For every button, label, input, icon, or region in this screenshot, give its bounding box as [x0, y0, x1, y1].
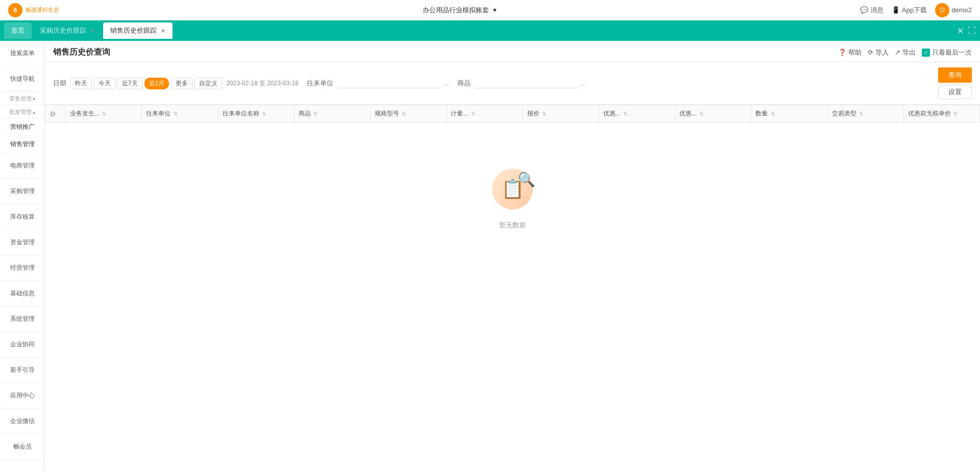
- close-tab-btn[interactable]: ✕: [957, 26, 964, 36]
- th-quantity[interactable]: 数量 ⇅: [751, 105, 827, 123]
- date-today[interactable]: 今天: [94, 78, 115, 89]
- sort-icon: ⇅: [471, 111, 475, 116]
- sidebar-sub-marketing[interactable]: 营销推广: [0, 119, 44, 136]
- product-dots: ...: [581, 80, 586, 87]
- only-last-checkbox[interactable]: ✓ 只看最后一次: [922, 48, 972, 57]
- sort-icon: ⇅: [771, 111, 775, 116]
- gear-icon[interactable]: ⚙: [50, 110, 56, 118]
- sidebar-item-inventory[interactable]: 库存核算: [0, 204, 44, 230]
- top-bar: 6 畅捷通好生意 办公用品行业模拟账套 ▾ 💬 消息 📱 App下载 D dem…: [0, 0, 980, 20]
- empty-text: 暂无数据: [499, 221, 526, 230]
- sidebar-item-enterprise[interactable]: 企业协同: [0, 332, 44, 358]
- search-menu-label: 搜索菜单: [10, 49, 35, 58]
- th-pretax-price[interactable]: 优惠前无税单价 ⇅: [903, 105, 979, 123]
- sort-icon: ⇅: [623, 111, 627, 116]
- tab-home-label: 首页: [11, 26, 24, 35]
- workspace-selector[interactable]: 办公用品行业模拟账套 ▾: [423, 6, 497, 15]
- sort-icon: ⇅: [174, 111, 178, 116]
- source-unit-filter: 往来单位 ...: [307, 78, 449, 88]
- import-label: 导入: [875, 48, 889, 57]
- page-actions: ❓ 帮助 ⟳ 导入 ↗ 导出 ✓ 只看最后一次: [838, 48, 972, 57]
- sidebar-item-newbie[interactable]: 新手引导: [0, 358, 44, 383]
- empty-icon-inner: 📋 🔍: [492, 169, 533, 209]
- help-label: 帮助: [848, 48, 862, 57]
- th-unit-name[interactable]: 往来单位名称 ⇅: [218, 105, 294, 123]
- sidebar-item-app-center[interactable]: 应用中心: [0, 383, 44, 409]
- logo-text: 畅捷通好生意: [26, 7, 59, 13]
- th-biz-date[interactable]: 业务发生... ⇅: [66, 105, 142, 123]
- logo-area: 6 畅捷通好生意: [8, 3, 59, 17]
- product-filter: 商品 ...: [457, 78, 586, 88]
- date-more[interactable]: 更多: [171, 78, 192, 89]
- export-label: 导出: [902, 48, 916, 57]
- app-center-label: 应用中心: [10, 391, 35, 400]
- main-layout: 搜索菜单 快捷导航 零售管理 ▾ 批发管理 ▴ 营销推广 销售管理 电商管理 采…: [0, 41, 980, 472]
- th-spec[interactable]: 规格型号 ⇅: [371, 105, 447, 123]
- date-1month[interactable]: 近1月: [144, 78, 169, 89]
- member-label: 畅会员: [13, 442, 32, 451]
- date-yesterday[interactable]: 昨天: [70, 78, 92, 89]
- query-button[interactable]: 查询: [938, 67, 972, 83]
- th-product[interactable]: 商品 ⇅: [294, 105, 370, 123]
- tab-sales[interactable]: 销售历史价跟踪 ✕: [103, 22, 173, 39]
- app-download-label: App下载: [902, 6, 927, 15]
- date-custom[interactable]: 自定义: [194, 78, 222, 89]
- sidebar-item-member[interactable]: 畅会员: [0, 434, 44, 460]
- sidebar-item-search-menu[interactable]: 搜索菜单: [0, 41, 44, 66]
- tab-bar-actions: ✕ ⛶: [957, 26, 976, 36]
- workspace-label: 办公用品行业模拟账套: [423, 6, 489, 15]
- settings-button[interactable]: 设置: [938, 85, 972, 99]
- wholesale-label: 批发管理: [9, 108, 32, 116]
- help-action[interactable]: ❓ 帮助: [838, 48, 862, 57]
- product-input[interactable]: [475, 78, 577, 88]
- tab-home[interactable]: 首页: [4, 22, 32, 39]
- sidebar-sub-sales-mgmt[interactable]: 销售管理: [0, 136, 44, 153]
- th-unit[interactable]: 计量... ⇅: [447, 105, 523, 123]
- sidebar-item-operations[interactable]: 经营管理: [0, 255, 44, 281]
- th-settings[interactable]: ⚙: [45, 105, 66, 123]
- date-7days[interactable]: 近7天: [117, 78, 142, 89]
- import-icon: ⟳: [868, 49, 873, 56]
- data-table: ⚙ 业务发生... ⇅ 往来单位 ⇅ 往来单位名称 ⇅ 商品 ⇅: [45, 105, 980, 271]
- sidebar-item-corp-wechat[interactable]: 企业微信: [0, 409, 44, 434]
- sidebar-item-purchase[interactable]: 采购管理: [0, 179, 44, 204]
- th-trade-type[interactable]: 交易类型 ⇅: [827, 105, 903, 123]
- page-title-row: 销售历史价查询 ❓ 帮助 ⟳ 导入 ↗ 导出 ✓: [53, 47, 972, 58]
- tab-sales-close[interactable]: ✕: [161, 28, 165, 34]
- sort-icon: ⇅: [262, 111, 266, 116]
- app-download-action[interactable]: 📱 App下载: [892, 6, 927, 15]
- tab-purchase[interactable]: 采购历史价跟踪 ✕: [33, 22, 102, 39]
- import-action[interactable]: ⟳ 导入: [868, 48, 889, 57]
- tab-purchase-close[interactable]: ✕: [90, 28, 95, 34]
- empty-row: 📋 🔍 暂无数据: [45, 123, 980, 271]
- tab-purchase-label: 采购历史价跟踪: [40, 26, 86, 35]
- message-action[interactable]: 💬 消息: [860, 6, 884, 15]
- chevron-down-icon: ▾: [493, 6, 497, 14]
- maximize-btn[interactable]: ⛶: [968, 26, 976, 35]
- page-header: 销售历史价查询 ❓ 帮助 ⟳ 导入 ↗ 导出 ✓: [45, 41, 980, 62]
- sidebar-item-wholesale[interactable]: 批发管理 ▴: [0, 105, 44, 119]
- sort-icon: ⇅: [102, 111, 106, 116]
- sidebar-item-system[interactable]: 系统管理: [0, 306, 44, 332]
- source-unit-input[interactable]: [337, 78, 439, 88]
- sidebar-item-quick-nav[interactable]: 快捷导航: [0, 66, 44, 92]
- sidebar-item-basic-info[interactable]: 基础信息: [0, 281, 44, 306]
- source-unit-dots: ...: [444, 80, 449, 87]
- sort-icon: ⇅: [699, 111, 703, 116]
- sidebar-item-ecommerce[interactable]: 电商管理: [0, 153, 44, 179]
- phone-icon: 📱: [892, 6, 900, 14]
- export-action[interactable]: ↗ 导出: [895, 48, 916, 57]
- sidebar-item-retail[interactable]: 零售管理 ▾: [0, 92, 44, 105]
- user-label: demo2: [951, 6, 972, 14]
- th-discount1[interactable]: 优惠... ⇅: [599, 105, 675, 123]
- th-unit-code[interactable]: 往来单位 ⇅: [142, 105, 218, 123]
- th-price[interactable]: 报价 ⇅: [523, 105, 599, 123]
- top-bar-left: 6 畅捷通好生意: [8, 3, 59, 17]
- message-icon: 💬: [860, 6, 868, 14]
- th-discount2[interactable]: 优惠... ⇅: [675, 105, 751, 123]
- user-action[interactable]: D demo2: [935, 3, 972, 17]
- system-label: 系统管理: [10, 315, 35, 323]
- chevron-down-icon: ▾: [33, 96, 35, 102]
- export-icon: ↗: [895, 49, 900, 56]
- sidebar-item-finance[interactable]: 资金管理: [0, 230, 44, 255]
